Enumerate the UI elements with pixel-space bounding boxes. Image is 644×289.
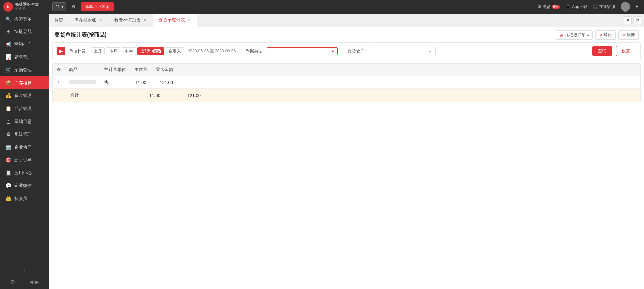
- td-unit: 块: [100, 76, 130, 89]
- system-icon: ⚙: [5, 131, 11, 137]
- filter-bar: ▶ 单据日期 上月 本月 本年 近7天 更多 自定义 2023-05-06 至 …: [52, 42, 641, 60]
- sidebar-item-quick-nav[interactable]: ⊞ 快捷导航: [0, 25, 49, 38]
- tab-close-all-btn[interactable]: ✕: [624, 16, 632, 24]
- tab-requisition[interactable]: 要货单统计表 ✕: [153, 14, 197, 27]
- warehouse-select[interactable]: ···: [369, 47, 436, 55]
- tab-collection-label: 收发存汇总表: [114, 17, 141, 23]
- type-chevron-up: ▲: [331, 49, 335, 53]
- settings-config-btn[interactable]: 设置: [616, 46, 636, 56]
- message-badge: 99+: [552, 5, 560, 9]
- tab-batch[interactable]: 库存批次账 ✕: [69, 14, 109, 27]
- app-name: 畅捷通好生意: [15, 2, 39, 7]
- message-item[interactable]: ✉ 消息 99+: [538, 4, 560, 10]
- sidebar-item-label: 畅会员: [14, 196, 27, 202]
- sidebar-item-label: 系统管理: [14, 131, 32, 137]
- footer-label: 合计: [57, 92, 79, 98]
- purchase-icon: 🛒: [5, 67, 11, 73]
- date-custom-btn[interactable]: 自定义: [166, 47, 184, 55]
- logo-area: b 畅捷通好生意 标准版: [3, 2, 52, 12]
- td-amount: 121.00: [151, 76, 177, 89]
- sidebar-item-label: 新手引导: [14, 157, 32, 163]
- export-label: 导出: [604, 32, 612, 38]
- settings-icon[interactable]: ⚙: [69, 2, 78, 12]
- date-year-btn[interactable]: 本年: [122, 47, 136, 55]
- tab-home[interactable]: 首页: [49, 14, 69, 27]
- sidebar-item-label: 资金管理: [14, 93, 32, 99]
- sidebar-scroll-down: ▾: [0, 267, 49, 274]
- header-middle: 41 ▾ ⚙ 体验行业方案: [52, 2, 538, 12]
- date-prev-btn[interactable]: 上月: [91, 47, 105, 55]
- refresh-btn[interactable]: ↻ 刷新: [618, 30, 639, 40]
- member-icon: 👑: [5, 196, 11, 202]
- online-service-label: 在线客服: [599, 4, 615, 10]
- sidebar-item-wechat[interactable]: 💬 企业微信: [0, 179, 49, 192]
- sidebar-item-label: 销售管理: [14, 54, 32, 60]
- sidebar-item-label: 基础信息: [14, 118, 32, 125]
- type-input[interactable]: [270, 49, 331, 54]
- sidebar-item-sales[interactable]: 📊 销售管理: [0, 51, 49, 64]
- app-download-item[interactable]: 📱 App下载: [566, 4, 587, 10]
- sidebar-item-guide[interactable]: 🎯 新手引导: [0, 154, 49, 166]
- app-sub: 标准版: [15, 7, 39, 12]
- guide-icon: 🎯: [5, 157, 11, 163]
- print-btn[interactable]: 🖨 按模板打印 ▾: [556, 30, 593, 40]
- search-label: 搜索菜单: [14, 16, 32, 22]
- search-icon: 🔍: [5, 16, 11, 22]
- th-extra: [177, 64, 640, 76]
- sidebar-search[interactable]: 🔍 搜索菜单: [0, 14, 49, 25]
- th-settings[interactable]: ⚙: [53, 64, 65, 76]
- sidebar-item-operation[interactable]: 📋 经营管理: [0, 102, 49, 115]
- tab-bar-right: ✕ ⧉: [624, 16, 644, 24]
- message-icon: ✉: [538, 4, 541, 9]
- sidebar-item-marketing[interactable]: 📢 营销推广: [0, 38, 49, 51]
- app-download-label: App下载: [572, 4, 587, 10]
- product-placeholder: [69, 80, 96, 84]
- tab-collection-close[interactable]: ✕: [143, 18, 147, 23]
- td-extra: [177, 76, 640, 89]
- page-header: 要货单统计表(按商品) 🖨 按模板打印 ▾ ↗ 导出 ↻ 刷新: [49, 27, 644, 42]
- sidebar-item-collab[interactable]: 🏢 企业协同: [0, 141, 49, 154]
- export-icon: ↗: [599, 33, 602, 38]
- sidebar-item-basic[interactable]: 🗂 基础信息: [0, 115, 49, 128]
- td-quantity: 11.00: [130, 76, 151, 89]
- sidebar-collapse-btn[interactable]: ◀ ▶: [28, 277, 40, 286]
- sidebar-item-label: 快捷导航: [14, 28, 32, 35]
- print-icon: 🖨: [560, 33, 564, 38]
- user-avatar[interactable]: [621, 2, 630, 12]
- tab-restore-btn[interactable]: ⧉: [633, 16, 641, 24]
- sidebar-item-purchase[interactable]: 🛒 采购管理: [0, 64, 49, 76]
- sidebar-item-system[interactable]: ⚙ 系统管理: [0, 128, 49, 141]
- sidebar-item-finance[interactable]: 💰 资金管理: [0, 89, 49, 102]
- table-wrapper: ⚙ 商品 主计量单位 主数量 零售金额 1: [52, 63, 641, 89]
- sidebar-item-label: 采购管理: [14, 67, 32, 73]
- sidebar-item-member[interactable]: 👑 畅会员: [0, 192, 49, 205]
- sidebar-item-label: 企业协同: [14, 144, 32, 150]
- tab-requisition-close[interactable]: ✕: [187, 18, 192, 22]
- online-service-item[interactable]: 🎧 在线客服: [593, 4, 615, 10]
- date-week-btn[interactable]: 近7天 更多: [137, 47, 164, 55]
- inventory-icon: 📦: [5, 80, 11, 86]
- tab-batch-close[interactable]: ✕: [98, 18, 103, 23]
- date-cur-btn[interactable]: 本月: [106, 47, 120, 55]
- sidebar-item-inventory[interactable]: 📦 库存核算: [0, 76, 49, 89]
- tab-collection[interactable]: 收发存汇总表 ✕: [109, 14, 153, 27]
- sidebar-item-label: 应用中心: [14, 170, 32, 176]
- hot-badge: 更多: [152, 49, 161, 53]
- type-select[interactable]: ▲: [267, 47, 338, 55]
- query-btn[interactable]: 查询: [592, 46, 612, 56]
- date-week-label: 近7天: [140, 49, 151, 53]
- trial-button[interactable]: 体验行业方案: [81, 2, 114, 11]
- th-product: 商品: [65, 64, 100, 76]
- operation-icon: 📋: [5, 106, 11, 112]
- date-range-btns: 上月 本月 本年 近7天 更多 自定义: [91, 47, 184, 55]
- sidebar-item-apps[interactable]: 🔲 应用中心: [0, 166, 49, 179]
- filter-expand-btn[interactable]: ▶: [57, 47, 65, 55]
- export-btn[interactable]: ↗ 导出: [595, 30, 616, 40]
- tab-bar: 首页 库存批次账 ✕ 收发存汇总表 ✕ 要货单统计表 ✕ ✕ ⧉: [49, 14, 644, 27]
- td-product: [65, 76, 100, 89]
- table-row: 1 块 11.00 121.00: [53, 76, 640, 89]
- sidebar-settings-btn[interactable]: ⚙: [9, 277, 16, 286]
- warehouse-input[interactable]: [372, 49, 429, 54]
- store-selector[interactable]: 41 ▾: [52, 2, 66, 11]
- warehouse-label: 要货仓库: [347, 48, 365, 54]
